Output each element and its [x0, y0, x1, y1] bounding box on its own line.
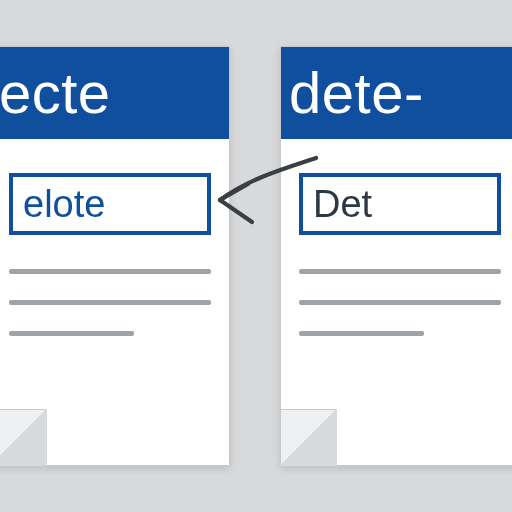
document-left-header: ecte [0, 47, 229, 139]
document-left-body: elote [0, 139, 229, 336]
page-fold-icon [281, 409, 337, 465]
document-right-field: Det [299, 173, 501, 235]
text-line [9, 269, 211, 274]
text-line [299, 300, 501, 305]
text-line [9, 300, 211, 305]
page-fold-icon [0, 409, 47, 465]
document-right-lines [299, 269, 501, 336]
document-right-header: dete- [281, 47, 512, 139]
document-right-body: Det [281, 139, 512, 336]
text-line [299, 269, 501, 274]
document-left-field: elote [9, 173, 211, 235]
document-left: ecte elote [0, 46, 230, 466]
text-line [9, 331, 134, 336]
document-right: dete- Det [280, 46, 512, 466]
text-line [299, 331, 424, 336]
document-left-lines [9, 269, 211, 336]
